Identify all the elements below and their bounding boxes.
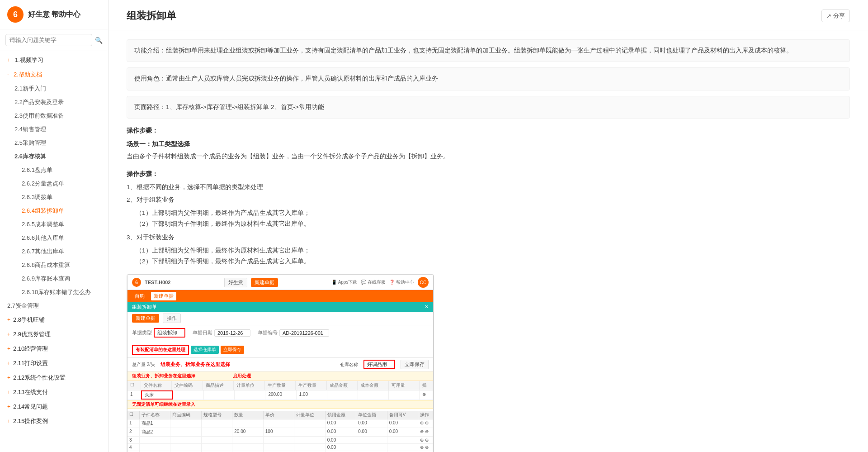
share-icon: ↗	[826, 13, 831, 19]
intro-text: 功能介绍：组装拆卸单用来处理企业组装或拆卸等加工业务，支持有固定装配清单的产品加…	[134, 47, 793, 54]
sidebar-item-finance[interactable]: 2.7资金管理	[0, 299, 108, 313]
sidebar-item-inventory[interactable]: 2.6库存核算	[0, 150, 108, 163]
path-block: 页面路径：1、库存核算->库存管理->组装拆卸单 2、首页->常用功能	[127, 96, 850, 119]
sidebar-item-purchase[interactable]: 2.5采购管理	[0, 136, 108, 150]
sub-form-row: 总产量 2/头 组装业务、拆卸业务在这里选择 仓库名称 好调品用 立即保存	[127, 358, 433, 371]
scene1-desc-text: 当由多个子件材料组装成一个成品的业务为【组装】业务，当由一个父件拆分成多个子产品…	[127, 153, 449, 160]
sub-row-2: 2 商品2 20.00 100 0.00 0.00 0.00 ⊕ ⊖	[127, 428, 433, 437]
btn-action[interactable]: 操作	[163, 314, 181, 323]
app-dropdown-org[interactable]: 好生意	[224, 278, 247, 287]
sidebar-item-help-doc[interactable]: - 2.帮助文档	[0, 67, 108, 82]
sub-th-qty: 数量	[232, 411, 263, 419]
sidebar-item-faq[interactable]: + 2.14常见问题	[0, 400, 108, 414]
sub-th-unit-amt: 单位金额	[356, 411, 387, 419]
btn-save[interactable]: 立即保存	[221, 346, 244, 354]
step1: 1、根据不同的业务，选择不同单据的类型来处理	[127, 182, 850, 193]
td-code-1	[173, 390, 204, 400]
app-topbar: 6 TEST-H002 好生意 新建单据 📱 Apps下载 💬 在线客服 ❓ 帮…	[127, 275, 433, 290]
sub-th-op: 操作	[418, 411, 433, 419]
step3-sub2: （2）下部明细为子件明细，最终作为产成品生成其它入库单。	[136, 256, 850, 267]
no-label: 单据编号	[258, 329, 278, 336]
sidebar-item-system[interactable]: + 2.12系统个性化设置	[0, 371, 108, 385]
expand-icon: +	[7, 57, 10, 63]
sub-th-spec: 规格型号	[202, 411, 232, 419]
th-prod-qty1: 生产数量	[265, 381, 296, 390]
ops-title: 操作步骤：	[127, 127, 850, 135]
th-parent-code: 父件编码	[172, 381, 203, 390]
btn-ok[interactable]: 立即保存	[401, 360, 429, 369]
parent-table: ☐ 父件名称 父件编码 商品描述 计量单位 生产数量 生产数量 成品金额 成本金…	[127, 381, 433, 400]
help-label: ❓ 帮助中心	[389, 279, 414, 285]
search-icon[interactable]: 🔍	[95, 37, 103, 44]
type-label: 单据类型	[132, 329, 152, 336]
sub-th-name: 子件名称	[140, 411, 170, 419]
app-logo: 6	[132, 278, 141, 287]
td-finish-1	[327, 390, 358, 400]
td-unit-1	[235, 390, 265, 400]
td-desc-1	[204, 390, 235, 400]
warehouse-label: 仓库名称	[340, 362, 358, 368]
field-type: 单据类型 组装拆卸	[132, 328, 185, 338]
nav-section: + 1.视频学习 - 2.帮助文档 2.1新手入门 2.2产品安装及登录 2.3…	[0, 51, 108, 430]
no-input[interactable]: AD-20191226-001	[279, 329, 329, 337]
warehouse-input[interactable]: 好调品用	[363, 360, 395, 369]
type-input[interactable]: 组装拆卸	[154, 328, 185, 338]
path-text: 页面路径：1、库存核算->库存管理->组装拆卸单 2、首页->常用功能	[134, 104, 324, 110]
sidebar-item-cost[interactable]: 2.6.5成本调整单	[0, 218, 108, 231]
btn-new-doc[interactable]: 新建单据	[132, 314, 159, 323]
date-label: 单据日期	[193, 329, 212, 336]
sub-row-1: 1 商品1 0.00 0.00 0.00 ⊕ ⊖	[127, 419, 433, 428]
teal-header-close[interactable]: ✕	[425, 304, 429, 310]
sidebar-item-inv-check[interactable]: 2.6.9库存账本查询	[0, 272, 108, 285]
th-available: 可用量	[389, 381, 420, 390]
sidebar-item-video[interactable]: + 1.视频学习	[0, 53, 108, 67]
search-input[interactable]	[5, 34, 92, 46]
sidebar-item-install[interactable]: 2.2产品安装及登录	[0, 95, 108, 109]
th-finish-amt: 成品金额	[327, 381, 358, 390]
sidebar-item-print[interactable]: + 2.11打印设置	[0, 356, 108, 371]
sub-th-apply-amt: 领用金额	[326, 411, 356, 419]
sidebar-item-assembly[interactable]: 2.6.4组装拆卸单	[0, 204, 108, 218]
step2: 2、对于组装业务	[127, 195, 850, 205]
app-nav-new-doc[interactable]: 新建单据	[151, 292, 176, 300]
sidebar-item-newcomer[interactable]: 2.1新手入门	[0, 82, 108, 95]
step3-sub1: （1）上部明细为父件明细，最终作为原材料生成其它出库单；	[136, 245, 850, 256]
sidebar-item-inv-error[interactable]: 2.6.10库存账本错了怎么办	[0, 285, 108, 299]
form-section: 单据类型 组装拆卸 单据日期 2019-12-26 单据编号 AD-201912…	[127, 325, 433, 358]
sidebar-item-ops[interactable]: + 2.10经营管理	[0, 342, 108, 356]
app-name: 好生意 帮助中心	[28, 10, 80, 19]
sidebar-item-sales[interactable]: 2.4销售管理	[0, 123, 108, 136]
sub-td-name-1: 商品1	[140, 419, 170, 428]
annotation2-text: 组装业务、拆卸业务在这里选择	[160, 361, 230, 368]
sidebar-label-video: 1.视频学习	[15, 56, 43, 64]
sidebar-item-other-out[interactable]: 2.6.7其他出库单	[0, 245, 108, 258]
app-nav-home[interactable]: 自购	[132, 292, 147, 300]
app-brand: TEST-H002	[145, 280, 170, 285]
support-label: 💬 在线客服	[361, 279, 386, 285]
sidebar: 6 好生意 帮助中心 🔍 + 1.视频学习 - 2.帮助文档 2.1新手入门 2…	[0, 0, 108, 452]
date-input[interactable]: 2019-12-26	[214, 329, 250, 337]
td-op-1[interactable]: ⊕	[420, 390, 433, 400]
page-header: 组装拆卸单 ↗ 分享	[108, 0, 868, 30]
sidebar-item-count2[interactable]: 2.6.2分量盘点单	[0, 177, 108, 190]
th-desc: 商品描述	[203, 381, 234, 390]
sidebar-item-adjust[interactable]: 2.6.3调拨单	[0, 190, 108, 204]
annotation3-text: 启用处理	[233, 373, 251, 378]
search-box: 🔍	[0, 29, 108, 51]
sidebar-item-online-pay[interactable]: + 2.13在线支付	[0, 385, 108, 400]
sidebar-item-cases[interactable]: + 2.15操作案例	[0, 414, 108, 428]
app-frame: 6 TEST-H002 好生意 新建单据 📱 Apps下载 💬 在线客服 ❓ 帮…	[127, 275, 434, 452]
sidebar-item-data-prep[interactable]: 2.3使用前数据准备	[0, 109, 108, 123]
app-toolbar: 新建单据 操作	[127, 312, 433, 325]
btn-select-warehouse[interactable]: 选择仓库单	[191, 346, 219, 354]
td-parent-name-1[interactable]: 头床	[141, 390, 173, 400]
sidebar-item-mobile[interactable]: + 2.8手机旺辅	[0, 313, 108, 327]
sidebar-item-cost-recalc[interactable]: 2.6.8商品成本重算	[0, 258, 108, 272]
intro-block: 功能介绍：组装拆卸单用来处理企业组装或拆卸等加工业务，支持有固定装配清单的产品加…	[127, 39, 850, 62]
share-button[interactable]: ↗ 分享	[821, 10, 850, 22]
app-btn-new[interactable]: 新建单据	[251, 278, 278, 287]
sidebar-item-other-in[interactable]: 2.6.6其他入库单	[0, 231, 108, 245]
sidebar-item-coupon[interactable]: + 2.9优惠券管理	[0, 327, 108, 342]
sidebar-item-count[interactable]: 2.6.1盘点单	[0, 163, 108, 177]
field-date: 单据日期 2019-12-26	[193, 328, 250, 338]
